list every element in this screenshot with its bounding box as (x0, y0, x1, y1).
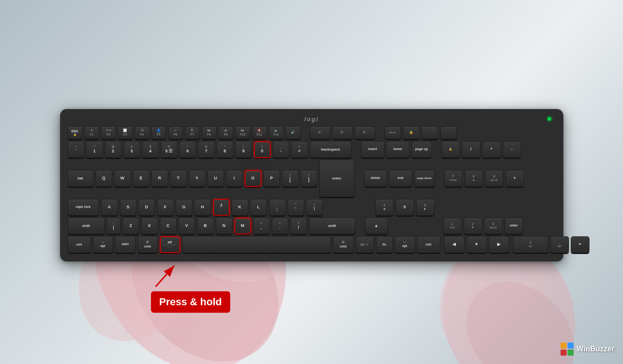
key-n[interactable]: N (216, 218, 233, 234)
key-1[interactable]: ! 1 (86, 141, 103, 158)
key-backtick[interactable]: ~ ` (68, 141, 84, 158)
key-fn-right[interactable]: fn (376, 236, 393, 253)
key-b[interactable]: B (197, 218, 214, 234)
key-f12-vol-down[interactable]: 🔉 F12 (269, 126, 284, 139)
key-comma[interactable]: < , (253, 218, 270, 234)
key-d[interactable]: D (138, 199, 155, 216)
key-lock[interactable]: 🔒 (403, 126, 420, 139)
key-backspace[interactable]: backspace (310, 141, 352, 158)
key-page-down[interactable]: page down (414, 170, 435, 187)
key-7[interactable]: & 7 (198, 141, 215, 158)
key-m[interactable]: M (234, 218, 251, 234)
key-4[interactable]: $ 4 (142, 141, 159, 158)
key-monitor3[interactable]: 3□ (355, 126, 375, 139)
key-end[interactable]: end (389, 170, 412, 187)
key-p[interactable]: P (263, 170, 280, 187)
key-f1[interactable]: ☀ F1 (84, 126, 99, 139)
key-num-6[interactable]: 6 ▶ (416, 199, 435, 216)
key-enter[interactable]: enter (319, 160, 355, 197)
key-f9[interactable]: ⏯ F9 (219, 126, 233, 139)
key-f2[interactable]: ☀☀ F2 (101, 126, 116, 139)
key-j[interactable]: J — (213, 199, 230, 216)
key-slash[interactable]: ? / (290, 218, 307, 234)
key-f8[interactable]: ⏮ F8 (202, 126, 217, 139)
key-v[interactable]: V (178, 218, 195, 234)
key-f[interactable]: F (157, 199, 174, 216)
key-num-plus[interactable]: + (506, 170, 524, 187)
key-space[interactable] (182, 236, 331, 253)
key-minus[interactable]: _ - (273, 141, 289, 158)
key-z[interactable]: Z (123, 218, 139, 234)
key-opt-left[interactable]: ⌥ opt (93, 236, 113, 253)
key-caps-lock[interactable]: caps lock (68, 199, 99, 216)
key-cmd-right[interactable]: ⌘ cmd (333, 236, 354, 253)
key-num-5[interactable]: 5 (396, 199, 414, 216)
key-s[interactable]: S (120, 199, 137, 216)
key-y[interactable]: Y (189, 170, 205, 187)
key-semicolon[interactable]: : ; (269, 199, 286, 216)
key-backslash[interactable]: | \ (306, 199, 323, 216)
key-num-decimal[interactable]: . del (550, 236, 569, 253)
key-e[interactable]: E (133, 170, 150, 187)
key-num-1[interactable]: 1 end (443, 218, 462, 234)
key-num-0[interactable]: 0 ins (513, 236, 548, 253)
key-num-9[interactable]: 9 pg up (485, 170, 504, 187)
key-num-2[interactable]: 2 ▼ (464, 218, 482, 234)
key-num-minus[interactable]: - (503, 141, 521, 158)
key-shift-left[interactable]: shift (68, 218, 105, 234)
key-num-multiply[interactable]: * (482, 141, 501, 158)
key-f7[interactable]: 🎙 F7 (185, 126, 200, 139)
key-t[interactable]: T (170, 170, 187, 187)
key-print-screen[interactable]: prt sc (384, 126, 401, 139)
key-9[interactable]: ( 9 (235, 141, 252, 158)
key-quote[interactable]: " ' (288, 199, 304, 216)
key-monitor2[interactable]: 2□ (332, 126, 353, 139)
key-5[interactable]: % 5 ☰ (161, 141, 178, 158)
key-tilde-pipe[interactable]: ~ | (107, 218, 121, 234)
key-l[interactable]: L (250, 199, 267, 216)
key-6[interactable]: ^ 6 (179, 141, 196, 158)
key-f6[interactable]: ☺ F6 (168, 126, 183, 139)
key-r[interactable]: R (151, 170, 168, 187)
key-ctrl-left[interactable]: ctrl (68, 236, 91, 253)
key-fn-extra1[interactable] (422, 126, 438, 139)
key-2[interactable]: @ 2 (105, 141, 122, 158)
key-start[interactable]: start (115, 236, 136, 253)
key-g[interactable]: G (176, 199, 192, 216)
key-arrow-up[interactable]: ▲ (365, 218, 388, 234)
key-ctrl-right[interactable]: ctrl (417, 236, 440, 253)
key-delete[interactable]: delete (364, 170, 387, 187)
key-arrow-right[interactable]: ▶ (489, 236, 509, 253)
key-num-4[interactable]: 4 ◀ (375, 199, 394, 216)
key-alt-left[interactable]: alt — (160, 236, 180, 253)
key-tab[interactable]: tab (68, 170, 94, 187)
key-monitor1[interactable]: 1□ (310, 126, 330, 139)
key-num-7[interactable]: 7 home (444, 170, 463, 187)
key-arrow-down[interactable]: ▼ (466, 236, 487, 253)
key-page-up[interactable]: page up (411, 141, 432, 158)
key-q[interactable]: Q (96, 170, 112, 187)
key-o[interactable]: O (245, 170, 261, 187)
key-emoji[interactable]: alt ☺ (356, 236, 374, 253)
key-f11[interactable]: 🔇 F11 (252, 126, 267, 139)
key-shift-right[interactable]: shift (309, 218, 356, 234)
key-num-divide[interactable]: / (462, 141, 480, 158)
key-vol-up[interactable]: 🔊 (286, 126, 301, 139)
key-f10[interactable]: ⏭ F10 (235, 126, 250, 139)
key-3[interactable]: # 3 (123, 141, 140, 158)
key-0[interactable]: ) 0 (254, 141, 271, 158)
key-c[interactable]: C (160, 218, 177, 234)
key-numlock[interactable]: 🔒 (441, 141, 460, 158)
key-period[interactable]: > . (272, 218, 288, 234)
key-f3[interactable]: ⬜ F3 (118, 126, 133, 139)
key-home[interactable]: home (386, 141, 410, 158)
key-equals[interactable]: + = (291, 141, 308, 158)
key-fn-extra2[interactable] (440, 126, 457, 139)
key-esc[interactable]: esc 🔒 (68, 126, 82, 139)
key-x[interactable]: X (141, 218, 158, 234)
key-bracket-close[interactable]: } ] (301, 170, 317, 187)
key-8[interactable]: * 8 (217, 141, 233, 158)
key-cmd-left[interactable]: ⌘ cmd (137, 236, 158, 253)
key-opt-right[interactable]: ⌥ opt (395, 236, 415, 253)
key-insert[interactable]: insert (361, 141, 384, 158)
